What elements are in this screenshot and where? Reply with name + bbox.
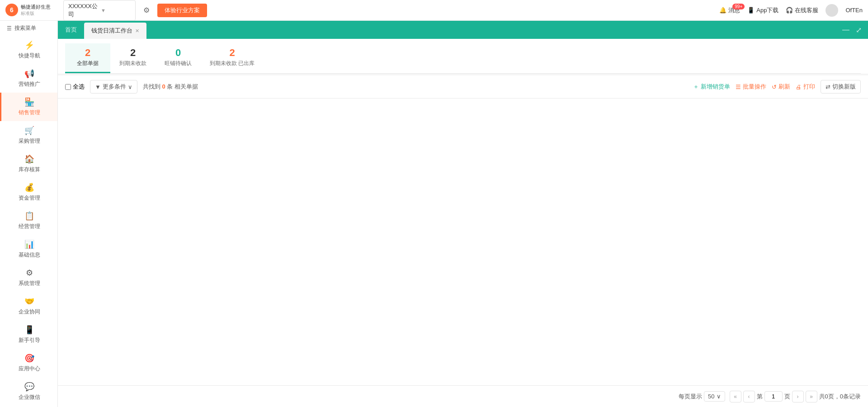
sidebar-system-label: 系统管理 <box>19 280 40 287</box>
sidebar-item-wechat[interactable]: 💬 企业微信 <box>0 377 57 406</box>
sidebar-item-basic-info[interactable]: 📊 基础信息 <box>0 235 57 263</box>
next-page-icon: › <box>797 393 799 400</box>
print-label: 打印 <box>803 83 815 91</box>
experience-btn[interactable]: 体验行业方案 <box>157 4 207 17</box>
app-logo: 6 <box>5 4 18 16</box>
stat-tab-overdue[interactable]: 2 到期未收款 <box>110 43 156 73</box>
stat-all-num: 2 <box>85 47 90 59</box>
chevron-down-icon: ▼ <box>101 8 131 13</box>
stat-shipped-label: 到期未收款 已出库 <box>210 60 255 67</box>
per-page-select-box[interactable]: 50 ∨ <box>704 391 725 402</box>
stat-tab-wangpu[interactable]: 0 旺铺待确认 <box>156 43 201 73</box>
page-suffix: 页 <box>784 393 790 401</box>
filter-button[interactable]: ▼ 更多条件 ∨ <box>90 80 137 94</box>
stat-tab-shipped[interactable]: 2 到期未收款 已出库 <box>201 43 264 73</box>
app-center-icon: 🎯 <box>24 353 34 363</box>
tab-close-icon[interactable]: ✕ <box>135 28 139 34</box>
tab-home[interactable]: 首页 <box>58 21 84 39</box>
tab-daily-work[interactable]: 钱货日清工作台 ✕ <box>84 23 146 39</box>
settings-icon[interactable]: ⚙ <box>139 3 154 18</box>
stat-overdue-num: 2 <box>130 47 136 59</box>
messages-badge: 99+ <box>732 4 745 9</box>
sidebar-item-search[interactable]: ☰ 搜索菜单 <box>0 21 57 36</box>
sidebar-item-inventory[interactable]: 🏠 库存核算 <box>0 150 57 178</box>
app-download-item[interactable]: 📱 App下载 <box>747 6 778 14</box>
tab-minimize-icon[interactable]: — <box>840 25 851 35</box>
first-page-button[interactable]: « <box>730 391 741 402</box>
sidebar-item-system[interactable]: ⚙ 系统管理 <box>0 263 57 292</box>
batch-operations-button[interactable]: ☰ 批量操作 <box>736 83 766 91</box>
sidebar-item-guide[interactable]: 📱 新手引导 <box>0 320 57 349</box>
first-page-icon: « <box>734 393 737 400</box>
empty-content-area <box>58 98 868 385</box>
sidebar-wechat-label: 企业微信 <box>19 393 40 401</box>
refresh-icon: ↺ <box>772 84 777 90</box>
tab-expand-icon[interactable]: ⤢ <box>854 25 863 35</box>
online-service-item[interactable]: 🎧 在线客服 <box>786 6 818 14</box>
sidebar-item-finance[interactable]: 💰 资金管理 <box>0 178 57 206</box>
stats-tabs: 2 全部单据 2 到期未收款 0 旺铺待确认 2 到期未收款 已出库 <box>65 43 861 74</box>
messages-item[interactable]: 🔔 消息 99+ <box>719 6 740 14</box>
gear-icon: ⚙ <box>26 268 33 278</box>
report-icon: 📋 <box>24 211 34 221</box>
toolbar: 全选 ▼ 更多条件 ∨ 共找到 0 条 相关单据 ＋ 新增销货单 <box>58 75 868 98</box>
sidebar-purchase-label: 采购管理 <box>19 137 40 145</box>
print-icon: 🖨 <box>796 84 802 90</box>
guide-icon: 📱 <box>24 325 34 335</box>
per-page-chevron-icon: ∨ <box>717 393 721 400</box>
add-btn-label: 新增销货单 <box>701 83 730 91</box>
sidebar-operations-label: 经营管理 <box>19 223 40 230</box>
per-page-selector: 每页显示 50 ∨ <box>679 391 725 402</box>
filter-icon: ▼ <box>95 84 101 90</box>
total-records: 共0页，0条记录 <box>819 393 861 401</box>
user-name: OfTEn <box>845 7 863 14</box>
sidebar-item-sales[interactable]: 🏪 销售管理 <box>0 93 57 121</box>
print-button[interactable]: 🖨 打印 <box>796 83 815 91</box>
app-name: 畅捷通好生意 <box>21 4 51 10</box>
tab-daily-work-label: 钱货日清工作台 <box>91 27 132 35</box>
select-all-checkbox[interactable]: 全选 <box>65 83 85 91</box>
sidebar-item-operations[interactable]: 📋 经营管理 <box>0 206 57 235</box>
per-page-label: 每页显示 <box>679 393 702 401</box>
top-right-area: 🔔 消息 99+ 📱 App下载 🎧 在线客服 OfTEn <box>719 4 863 17</box>
avatar[interactable] <box>826 4 838 17</box>
sidebar-item-marketing[interactable]: 📢 营销推广 <box>0 64 57 93</box>
bell-icon: 🔔 <box>719 7 726 14</box>
plus-icon: ＋ <box>693 83 699 91</box>
sidebar-item-app-center[interactable]: 🎯 应用中心 <box>0 349 57 377</box>
page-input[interactable] <box>764 391 783 402</box>
top-bar: 6 畅捷通好生意 标准版 XXXXXX公司 ▼ ⚙ 体验行业方案 🔔 消息 99… <box>0 0 868 21</box>
sidebar-item-enterprise[interactable]: 🤝 企业协同 <box>0 292 57 320</box>
stat-tab-all[interactable]: 2 全部单据 <box>65 43 110 73</box>
switch-version-button[interactable]: ⇄ 切换新版 <box>821 80 861 94</box>
refresh-button[interactable]: ↺ 刷新 <box>772 83 790 91</box>
online-service-label: 在线客服 <box>795 6 818 14</box>
company-name: XXXXXX公司 <box>68 2 98 19</box>
money-icon: 💰 <box>24 182 34 192</box>
page-navigation: « ‹ 第 页 › » 共0页，0条记录 <box>730 391 861 402</box>
filter-label: 更多条件 <box>103 83 126 91</box>
page-label: 第 <box>757 393 763 401</box>
search-icon: ☰ <box>7 25 12 32</box>
wechat-icon: 💬 <box>24 382 34 392</box>
company-selector[interactable]: XXXXXX公司 ▼ <box>63 0 136 21</box>
add-sales-order-button[interactable]: ＋ 新增销货单 <box>693 83 730 91</box>
last-page-button[interactable]: » <box>806 391 817 402</box>
switch-label: 切换新版 <box>832 83 856 91</box>
refresh-label: 刷新 <box>778 83 790 91</box>
stat-shipped-num: 2 <box>230 47 235 59</box>
tab-bar-right: — ⤢ <box>840 21 868 39</box>
tab-bar: 首页 钱货日清工作台 ✕ — ⤢ <box>58 21 868 39</box>
select-all-input[interactable] <box>65 84 71 90</box>
stat-all-label: 全部单据 <box>77 60 99 67</box>
stats-bar: 2 全部单据 2 到期未收款 0 旺铺待确认 2 到期未收款 已出库 <box>58 39 868 74</box>
tab-home-label: 首页 <box>65 26 77 34</box>
content-area: 首页 钱货日清工作台 ✕ — ⤢ 2 全部单据 <box>58 21 868 407</box>
lightning-icon: ⚡ <box>24 40 34 50</box>
next-page-button[interactable]: › <box>792 391 804 402</box>
sidebar-item-purchase[interactable]: 🛒 采购管理 <box>0 121 57 150</box>
sidebar-basic-info-label: 基础信息 <box>19 251 40 259</box>
pagination-bar: 每页显示 50 ∨ « ‹ 第 页 <box>58 385 868 407</box>
sidebar-item-quick-nav[interactable]: ⚡ 快捷导航 <box>0 36 57 64</box>
prev-page-button[interactable]: ‹ <box>743 391 755 402</box>
